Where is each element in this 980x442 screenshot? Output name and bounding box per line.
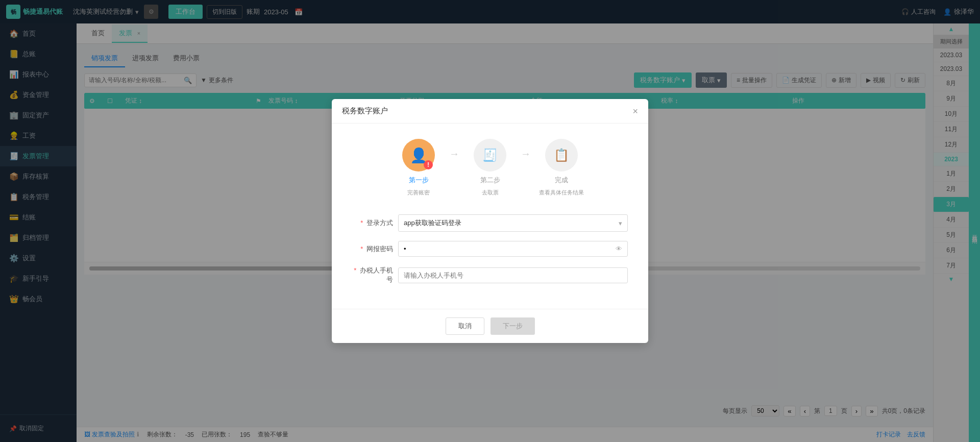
step-2-invoice-icon: 🧾 — [482, 148, 498, 162]
step-3-label: 完成 — [555, 176, 568, 185]
form-row-login-method: 登录方式 app获取验证码登录 ▾ — [352, 214, 628, 232]
password-input[interactable] — [404, 245, 611, 253]
step-1-error-badge: ! — [424, 160, 433, 169]
eye-icon[interactable]: 👁 — [616, 245, 622, 253]
step-3-complete-icon: 📋 — [554, 148, 569, 162]
dialog-form: 登录方式 app获取验证码登录 ▾ 网报密码 — [352, 214, 628, 284]
step-1-desc: 完善账密 — [407, 189, 430, 197]
dialog-body: 👤 ! 第一步 完善账密 → 🧾 第二步 去取票 → — [332, 124, 648, 309]
phone-label: 办税人手机号 — [352, 266, 398, 284]
step-3-icon: 📋 — [545, 139, 578, 171]
login-method-select[interactable]: app获取验证码登录 ▾ — [398, 214, 628, 232]
dialog-title: 税务数字账户 — [342, 106, 388, 116]
password-input-wrapper: 👁 — [398, 241, 628, 257]
phone-input[interactable] — [404, 272, 622, 279]
step-3: 📋 完成 查看具体任务结果 — [531, 139, 592, 197]
dialog-overlay: 税务数字账户 × 👤 ! 第一步 完善账密 → — [0, 0, 980, 442]
form-row-password: 网报密码 👁 — [352, 241, 628, 257]
login-method-control: app获取验证码登录 ▾ — [398, 214, 628, 232]
step-arrow-2: → — [521, 139, 531, 160]
step-2-label: 第二步 — [480, 176, 500, 185]
step-1-icon: 👤 ! — [402, 139, 435, 171]
step-2-desc: 去取票 — [482, 189, 499, 197]
next-button[interactable]: 下一步 — [491, 317, 535, 335]
login-method-value: app获取验证码登录 — [404, 218, 461, 228]
step-1-label: 第一步 — [409, 176, 429, 185]
step-2: 🧾 第二步 去取票 — [459, 139, 521, 197]
cancel-button[interactable]: 取消 — [446, 317, 484, 335]
dialog-footer: 取消 下一步 — [332, 309, 648, 343]
step-3-desc: 查看具体任务结果 — [539, 189, 584, 197]
password-control: 👁 — [398, 241, 628, 257]
form-row-phone: 办税人手机号 — [352, 266, 628, 284]
steps-container: 👤 ! 第一步 完善账密 → 🧾 第二步 去取票 → — [352, 139, 628, 197]
login-method-chevron-icon: ▾ — [619, 219, 622, 227]
step-1: 👤 ! 第一步 完善账密 — [388, 139, 449, 197]
phone-control — [398, 267, 628, 283]
step-2-icon: 🧾 — [474, 139, 506, 171]
tax-digital-dialog: 税务数字账户 × 👤 ! 第一步 完善账密 → — [332, 99, 648, 343]
password-label: 网报密码 — [352, 244, 398, 254]
login-method-label: 登录方式 — [352, 218, 398, 228]
dialog-close-button[interactable]: × — [632, 107, 638, 116]
step-arrow-1: → — [449, 139, 459, 160]
phone-input-wrapper — [398, 267, 628, 283]
dialog-header: 税务数字账户 × — [332, 99, 648, 124]
